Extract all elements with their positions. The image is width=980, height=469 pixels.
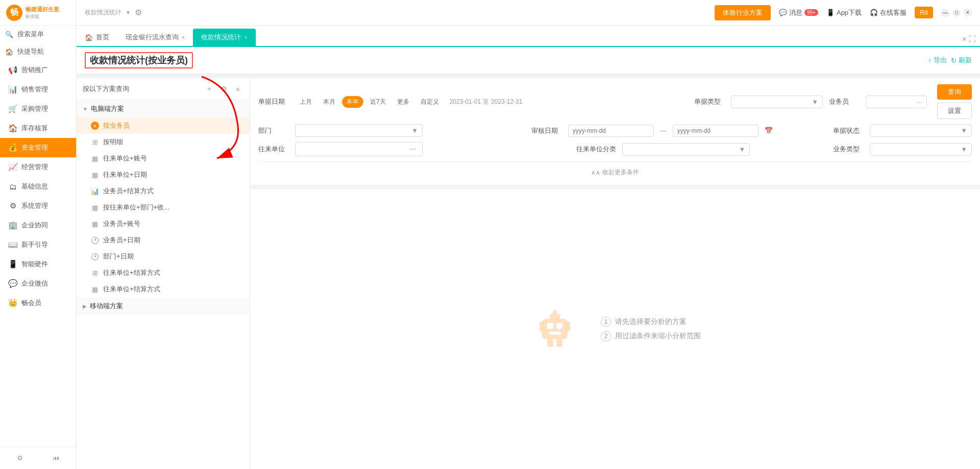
date-tab-this-year[interactable]: 本年 bbox=[342, 96, 363, 108]
tip-num-2: 2 bbox=[601, 331, 611, 341]
collapse-panel-btn[interactable]: « bbox=[232, 83, 243, 95]
app-download-btn[interactable]: 📱 App下载 bbox=[826, 8, 862, 17]
date-tab-this-month[interactable]: 本月 bbox=[318, 96, 340, 108]
schema-item-partner-account[interactable]: ▦ 往来单位+账号 bbox=[77, 150, 250, 167]
dept-label: 部门 bbox=[258, 126, 289, 135]
sidebar-item-vip[interactable]: 👑 畅会员 bbox=[0, 293, 76, 313]
biz-type-select[interactable]: ▼ bbox=[870, 143, 972, 156]
quick-nav-label: 快捷导航 bbox=[17, 47, 44, 56]
messages-label: 消息 bbox=[789, 8, 802, 17]
collapse-filters-btn[interactable]: ∧∧ 收起更多条件 bbox=[587, 166, 643, 179]
operations-icon: 📈 bbox=[8, 162, 17, 172]
tab-fullscreen[interactable]: ⛶ bbox=[969, 35, 976, 44]
schema-item-label: 业务员+结算方式 bbox=[103, 186, 154, 196]
sidebar-item-purchase[interactable]: 🛒 采购管理 bbox=[0, 99, 76, 119]
minimize-btn[interactable]: — bbox=[941, 9, 949, 17]
desktop-group-header[interactable]: ▼ 电脑端方案 bbox=[77, 100, 250, 118]
try-industry-btn[interactable]: 体验行业方案 bbox=[715, 5, 771, 20]
partner-select[interactable]: ··· bbox=[295, 142, 423, 156]
sidebar-item-enterprise[interactable]: 🏢 企业协同 bbox=[0, 216, 76, 235]
sidebar-collapse-btn[interactable]: ⏮ bbox=[40, 451, 72, 465]
tab-bank[interactable]: 现金银行流水查询 × bbox=[117, 29, 193, 47]
mobile-group-header[interactable]: ▶ 移动端方案 bbox=[77, 297, 250, 315]
header-settings-icon[interactable]: ⚙ bbox=[135, 8, 142, 17]
clock-icon: 🕐 bbox=[91, 252, 99, 261]
sidebar-item-basicinfo[interactable]: 🗂 基础信息 bbox=[0, 177, 76, 196]
add-schema-btn[interactable]: ＋ bbox=[204, 83, 215, 95]
clock-icon: 🕐 bbox=[91, 236, 99, 244]
sidebar-item-guide[interactable]: 📖 新手引导 bbox=[0, 235, 76, 254]
schema-item-by-detail[interactable]: ⊞ 按明细 bbox=[77, 134, 250, 150]
empty-tips: 1 请先选择要分析的方案 2 用过滤条件来缩小分析范围 bbox=[601, 317, 701, 341]
sidebar-item-wechat[interactable]: 💬 企业微信 bbox=[0, 274, 76, 293]
grid-icon: ⊞ bbox=[91, 138, 99, 146]
partner-category-select[interactable]: ▼ bbox=[622, 143, 750, 156]
search-menu-item[interactable]: 🔍 搜索菜单 bbox=[0, 26, 76, 43]
sidebar-item-inventory[interactable]: 🏠 库存核算 bbox=[0, 119, 76, 138]
schema-item-dept-date[interactable]: 🕐 部门+日期 bbox=[77, 248, 250, 265]
schema-item-salesman-date[interactable]: 🕐 业务员+日期 bbox=[77, 232, 250, 248]
date-tab-7days[interactable]: 近7天 bbox=[365, 96, 390, 108]
filter-panel: 单据日期 上月 本月 本年 近7天 更多 自定义 2023-01-01 至 bbox=[250, 78, 980, 185]
schema-item-partner-settle1[interactable]: ⊞ 往来单位+结算方式 bbox=[77, 265, 250, 281]
sidebar-item-sales[interactable]: 📊 销售管理 bbox=[0, 80, 76, 99]
biz-type-label: 业务类型 bbox=[833, 145, 864, 154]
mobile-schema-group: ▶ 移动端方案 bbox=[77, 297, 250, 315]
messages-btn[interactable]: 💬 消息 99+ bbox=[779, 8, 818, 17]
left-panel-title: 按以下方案查询 bbox=[83, 84, 129, 93]
sidebar-item-label: 基础信息 bbox=[21, 182, 48, 191]
date-tab-more[interactable]: 更多 bbox=[393, 96, 414, 108]
sidebar-item-marketing[interactable]: 📢 营销推广 bbox=[0, 60, 76, 80]
schema-settings-btn[interactable]: ⚙ bbox=[218, 83, 229, 95]
salesman-select[interactable]: ··· bbox=[866, 96, 927, 108]
audit-date-start[interactable] bbox=[568, 125, 654, 137]
more-dots-icon[interactable]: ··· bbox=[409, 145, 416, 154]
schema-item-partner-date[interactable]: ▦ 往来单位+日期 bbox=[77, 167, 250, 183]
close-btn[interactable]: × bbox=[964, 9, 972, 17]
sidebar-settings-btn[interactable]: ⚙ bbox=[4, 451, 36, 465]
sidebar-item-operations[interactable]: 📈 经营管理 bbox=[0, 157, 76, 177]
tab-receipt[interactable]: 收款情况统计 × bbox=[193, 29, 255, 47]
sidebar-item-hardware[interactable]: 📱 智能硬件 bbox=[0, 254, 76, 274]
sidebar-item-label: 智能硬件 bbox=[21, 260, 48, 269]
online-service-btn[interactable]: 🎧 在线客服 bbox=[870, 8, 906, 17]
refresh-btn[interactable]: ↻ 刷新 bbox=[951, 56, 972, 65]
dept-select[interactable]: ▼ bbox=[295, 124, 423, 137]
settings-btn[interactable]: 设置 bbox=[937, 103, 972, 119]
doc-status-select[interactable]: ▼ bbox=[870, 124, 972, 137]
schema-item-partner-dept-collect[interactable]: ▦ 按往来单位+部门+收... bbox=[77, 199, 250, 216]
schema-item-label: 业务员+账号 bbox=[103, 219, 140, 228]
right-area: 单据日期 上月 本月 本年 近7天 更多 自定义 2023-01-01 至 bbox=[250, 78, 980, 469]
page-title: 收款情况统计(按业务员) bbox=[85, 52, 193, 68]
tab-close-all[interactable]: × bbox=[962, 35, 967, 44]
quick-nav-item[interactable]: 🏠 快捷导航 bbox=[0, 43, 76, 60]
audit-date-end[interactable] bbox=[673, 125, 758, 137]
empty-tip-1: 1 请先选择要分析的方案 bbox=[601, 317, 701, 327]
sidebar-item-system[interactable]: ⚙ 系统管理 bbox=[0, 196, 76, 216]
user-avatar[interactable]: Rit bbox=[915, 7, 933, 18]
sidebar-item-finance[interactable]: 💰 资金管理 bbox=[0, 138, 76, 157]
chevron-down-icon: ▼ bbox=[411, 127, 418, 134]
schema-item-salesman-settle[interactable]: 📊 业务员+结算方式 bbox=[77, 183, 250, 199]
tab-receipt-close[interactable]: × bbox=[244, 34, 247, 40]
schema-item-partner-settle2[interactable]: ▦ 往来单位+结算方式 bbox=[77, 281, 250, 297]
export-btn[interactable]: ↑ 导出 bbox=[928, 56, 947, 65]
doc-type-select[interactable]: ▼ bbox=[731, 96, 823, 108]
tab-bank-close[interactable]: × bbox=[182, 34, 185, 40]
date-tab-custom[interactable]: 自定义 bbox=[416, 96, 444, 108]
schema-item-by-salesman[interactable]: ● 按业务员 bbox=[77, 118, 250, 134]
logo-name: 畅捷通好生意 bbox=[26, 6, 59, 13]
user-name: Rit bbox=[920, 9, 928, 16]
chevron-down-icon: ▼ bbox=[739, 146, 745, 153]
query-btn[interactable]: 查询 bbox=[937, 84, 972, 100]
logo-badge: 标准版 bbox=[26, 13, 59, 20]
desktop-schema-group: ▼ 电脑端方案 ● 按业务员 ⊞ 按明细 ▦ 往来单位+账号 bbox=[77, 100, 250, 297]
logo-text: 畅捷通好生意 标准版 bbox=[26, 6, 59, 20]
date-range-separator: 至 bbox=[483, 98, 489, 106]
svg-rect-6 bbox=[547, 339, 553, 347]
calendar-icon[interactable]: 📅 bbox=[765, 127, 773, 134]
schema-item-salesman-account[interactable]: ▦ 业务员+账号 bbox=[77, 216, 250, 232]
date-tab-last-month[interactable]: 上月 bbox=[295, 96, 316, 108]
maximize-btn[interactable]: □ bbox=[952, 9, 961, 17]
tab-home[interactable]: 🏠 首页 bbox=[77, 29, 117, 47]
